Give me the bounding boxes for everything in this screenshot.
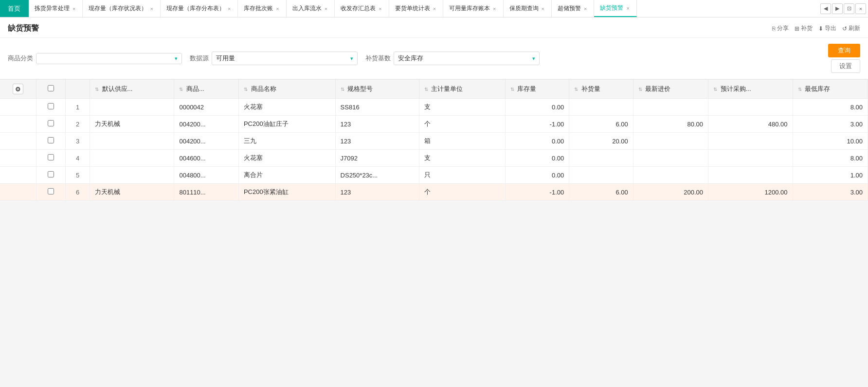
share-button[interactable]: ⎘ 分享	[772, 24, 789, 33]
row-gear-cell	[0, 184, 36, 201]
refresh-button[interactable]: ↺ 刷新	[842, 24, 860, 33]
row-checkbox[interactable]	[48, 154, 54, 160]
export-button[interactable]: ⬇ 导出	[818, 24, 836, 33]
row-checkbox[interactable]	[48, 188, 54, 194]
row-supplier: 力天机械	[90, 184, 174, 201]
row-spec: 123	[335, 133, 419, 150]
row-replenish: 20.00	[569, 133, 633, 150]
row-estimated: 1200.00	[708, 184, 793, 201]
table-header-row: ⚙ ⇅ 默认供应... ⇅ 商品... ⇅	[0, 80, 868, 99]
row-checkbox[interactable]	[48, 120, 54, 126]
datasource-select[interactable]: 可用量 ▾	[212, 52, 358, 65]
column-code-header[interactable]: ⇅ 商品...	[174, 80, 239, 99]
replenish-base-select[interactable]: 安全库存 ▾	[394, 52, 540, 65]
query-button[interactable]: 查询	[828, 44, 860, 57]
table-row: 2 力天机械 004200... PC200油缸庄子 123 个 -1.00 6…	[0, 116, 868, 133]
column-checkbox-header[interactable]	[36, 80, 66, 99]
row-unit: 个	[419, 184, 505, 201]
row-checkbox-cell[interactable]	[36, 150, 66, 167]
tab-available-close[interactable]: ×	[492, 5, 497, 12]
tab-prev-button[interactable]: ◀	[820, 3, 831, 14]
share-label: 分享	[777, 24, 789, 33]
row-stock: 0.00	[505, 133, 569, 150]
row-latest-price	[633, 167, 708, 184]
row-index: 3	[66, 133, 90, 150]
row-stock: 0.00	[505, 150, 569, 167]
row-min-stock: 3.00	[793, 116, 868, 133]
tab-batch[interactable]: 库存批次账 ×	[238, 0, 286, 17]
row-supplier: 力天机械	[90, 116, 174, 133]
tab-demand-label: 要货单统计表	[395, 4, 430, 13]
replenish-label: 补货	[801, 24, 813, 33]
tab-pick-close[interactable]: ×	[72, 5, 76, 12]
tab-stock2-close[interactable]: ×	[227, 5, 232, 12]
tab-overstock-close[interactable]: ×	[583, 5, 588, 12]
tab-home-label: 首页	[8, 4, 20, 13]
row-stock: 0.00	[505, 99, 569, 116]
tab-expiry[interactable]: 保质期查询 ×	[504, 0, 552, 17]
tab-home[interactable]: 首页	[0, 0, 29, 17]
tab-expiry-close[interactable]: ×	[541, 5, 545, 12]
tab-next-button[interactable]: ▶	[832, 3, 843, 14]
tab-flow-close[interactable]: ×	[324, 5, 328, 12]
column-min-stock-header[interactable]: ⇅ 最低库存	[793, 80, 868, 99]
replenish-base-arrow-icon: ▾	[532, 55, 535, 62]
column-name-header[interactable]: ⇅ 商品名称	[238, 80, 335, 99]
row-supplier	[90, 167, 174, 184]
tab-shortage-close[interactable]: ×	[625, 5, 630, 12]
tab-summary-close[interactable]: ×	[378, 5, 382, 12]
tab-overstock[interactable]: 超储预警 ×	[552, 0, 594, 17]
row-checkbox-cell[interactable]	[36, 184, 66, 201]
tab-nav-buttons: ◀ ▶ ⊡ ×	[818, 3, 868, 14]
column-stock-header[interactable]: ⇅ 库存量	[505, 80, 569, 99]
column-gear[interactable]: ⚙	[0, 80, 36, 99]
row-name: 离合片	[238, 167, 335, 184]
row-checkbox-cell[interactable]	[36, 116, 66, 133]
tab-shortage[interactable]: 缺货预警 ×	[594, 0, 636, 17]
row-unit: 只	[419, 167, 505, 184]
stock-sort-icon: ⇅	[510, 87, 514, 92]
row-checkbox-cell[interactable]	[36, 167, 66, 184]
category-select[interactable]: ▾	[36, 53, 182, 64]
row-checkbox-cell[interactable]	[36, 133, 66, 150]
row-checkbox[interactable]	[48, 103, 54, 109]
row-unit: 支	[419, 99, 505, 116]
tab-window-close-button[interactable]: ×	[855, 3, 866, 14]
tab-demand[interactable]: 要货单统计表 ×	[389, 0, 443, 17]
row-min-stock: 3.00	[793, 184, 868, 201]
tab-stock2[interactable]: 现存量（库存分布表） ×	[161, 0, 238, 17]
column-replenish-header[interactable]: ⇅ 补货量	[569, 80, 633, 99]
row-min-stock: 1.00	[793, 167, 868, 184]
replenish-button[interactable]: ⊞ 补货	[795, 24, 813, 33]
tab-overstock-label: 超储预警	[558, 4, 581, 13]
row-checkbox[interactable]	[48, 171, 54, 177]
row-checkbox[interactable]	[48, 137, 54, 143]
column-settings-button[interactable]: ⚙	[13, 84, 23, 94]
row-checkbox-cell[interactable]	[36, 99, 66, 116]
tab-expiry-label: 保质期查询	[509, 4, 539, 13]
tab-demand-close[interactable]: ×	[432, 5, 437, 12]
row-index: 2	[66, 116, 90, 133]
settings-button[interactable]: 设置	[831, 59, 860, 73]
column-unit-header[interactable]: ⇅ 主计量单位	[419, 80, 505, 99]
tab-summary[interactable]: 收发存汇总表 ×	[335, 0, 389, 17]
unit-sort-icon: ⇅	[424, 87, 428, 92]
tab-flow[interactable]: 出入库流水 ×	[287, 0, 335, 17]
column-latest-price-header[interactable]: ⇅ 最新进价	[633, 80, 708, 99]
tab-batch-close[interactable]: ×	[275, 5, 280, 12]
column-estimated-header[interactable]: ⇅ 预计采购...	[708, 80, 793, 99]
tab-bar: 首页 拣货异常处理 × 现存量（库存状况表） × 现存量（库存分布表） × 库存…	[0, 0, 868, 18]
page-header: 缺货预警 ⎘ 分享 ⊞ 补货 ⬇ 导出 ↺ 刷新	[0, 18, 868, 38]
row-latest-price	[633, 133, 708, 150]
row-index: 6	[66, 184, 90, 201]
select-all-checkbox[interactable]	[48, 85, 54, 91]
row-replenish	[569, 99, 633, 116]
column-spec-header[interactable]: ⇅ 规格型号	[335, 80, 419, 99]
tab-available[interactable]: 可用量库存账本 ×	[443, 0, 503, 17]
tab-window-restore-button[interactable]: ⊡	[844, 3, 854, 14]
tab-stock1-close[interactable]: ×	[149, 5, 154, 12]
tab-pick[interactable]: 拣货异常处理 ×	[29, 0, 83, 17]
column-supplier-header[interactable]: ⇅ 默认供应...	[90, 80, 174, 99]
tab-stock1[interactable]: 现存量（库存状况表） ×	[83, 0, 160, 17]
row-gear-cell	[0, 133, 36, 150]
